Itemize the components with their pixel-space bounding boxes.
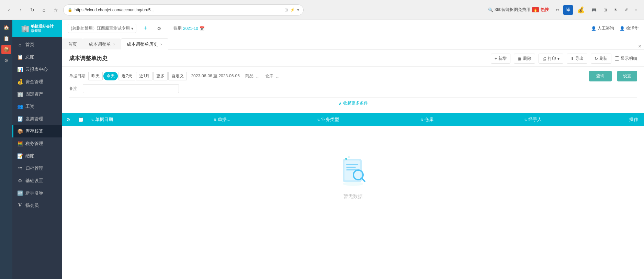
th-date[interactable]: ⇅ 单据日期 [87,113,210,126]
gear-icon: ⚙ [66,117,70,122]
svg-rect-3 [346,164,358,165]
th-type[interactable]: ⇅ 业务类型 [313,113,416,126]
menu-tool[interactable]: ≡ [632,5,640,15]
th-action-label: 操作 [629,116,638,123]
settings-filter-button[interactable]: 设置 [617,71,637,81]
back-button[interactable]: ‹ [4,5,14,15]
strip-icon-3[interactable]: ⚙ [1,56,11,65]
refresh-button[interactable]: ↻ 刷新 [591,54,611,64]
tab-home[interactable]: 首页 [62,38,83,49]
collapse-button[interactable]: ∧ 收起更多条件 [339,100,368,106]
header-actions: + 新增 🗑 删除 🖨 打印 ▾ ⬆ 导出 [491,54,637,64]
sidebar-item-archive[interactable]: 🗃 归档管理 [12,162,62,175]
tab-cost-adj-history[interactable]: 成本调整单历史 × [121,38,168,49]
search-tool[interactable]: 🔍 360智能抠图免费用 🔥 热搜 [485,5,552,15]
add-tab-button[interactable]: + [140,24,150,33]
tab-cost-adj-history-close[interactable]: × [160,42,162,46]
export-button[interactable]: ⬆ 导出 [567,54,587,64]
goods-filter-label: 商品 [245,73,253,79]
strip-icon-2[interactable]: 📋 [1,34,11,43]
company-selector[interactable]: (勿删勿禁用）江西服宝测试专用 ▾ [68,24,136,33]
date-btn-today[interactable]: 今天 [103,72,118,80]
sidebar-item-settings[interactable]: ⚙ 基础设置 [12,175,62,187]
delete-button[interactable]: 🗑 删除 [514,54,535,64]
warehouse-filter-label: 仓库 [265,73,273,79]
url-text: https://cloud.chanjet.com/accounting/uru… [75,8,282,12]
empty-icon [336,154,370,188]
tab-cost-adj[interactable]: 成本调整单 × [83,38,121,49]
sidebar-label-archive: 归档管理 [25,165,43,171]
sort-icon-no-up: ⇅ [214,118,216,122]
inventory-icon: 📦 [17,129,23,134]
sidebar-item-reports[interactable]: 📊 云报表中心 [12,63,62,76]
remarks-input[interactable] [83,84,179,93]
sidebar-item-payroll[interactable]: 👥 工资 [12,100,62,113]
hot-badge: 🔥 [532,7,539,12]
goods-more-icon: ... [256,74,260,79]
app-wrapper: 🏠 📋 📦 ⚙ 🏢 畅捷通好会计 旗舰版 ⌂ 首页 📋 总账 📊 云报表中心 [0,20,644,279]
th-warehouse-label: 仓库 [425,116,433,123]
cut-tool[interactable]: ✂ [553,5,562,15]
user-button[interactable]: 👤 徐泽华 [620,25,639,31]
tab-panel-close-button[interactable]: × [638,44,641,49]
sidebar-item-ledger[interactable]: 📋 总账 [12,51,62,63]
sidebar-item-funds[interactable]: 💰 资金管理 [12,76,62,88]
grid-tool[interactable]: ⊞ [601,5,610,15]
refresh-button[interactable]: ↻ [27,5,37,15]
logo-line1: 畅捷通好会计 [31,24,54,29]
wallet-tool[interactable]: 💰 [574,5,587,15]
show-detail-checkbox-label[interactable]: 显示明细 [615,56,637,62]
logo-line2: 旗舰版 [31,29,54,33]
service-button[interactable]: 👤 人工咨询 [591,25,614,31]
sidebar-item-fixed-assets[interactable]: 🏢 固定资产 [12,88,62,100]
th-gear[interactable]: ⚙ [62,113,75,126]
th-no[interactable]: ⇅ 单据... [210,113,313,126]
sidebar-item-home[interactable]: ⌂ 首页 [12,38,62,51]
th-warehouse[interactable]: ⇅ 仓库 [416,113,520,126]
forward-button[interactable]: › [16,5,25,15]
show-detail-checkbox[interactable] [615,56,619,61]
main-content: (勿删勿禁用）江西服宝测试专用 ▾ + ⚙ 账期 2021-10 📅 👤 人工咨… [62,20,644,279]
date-btn-last7[interactable]: 近7天 [118,72,135,80]
translate-tool[interactable]: 译 [563,5,573,15]
topbar-settings-button[interactable]: ⚙ [154,24,164,33]
user-name: 徐泽华 [626,25,639,31]
refresh-label: 刷新 [599,56,608,62]
select-all-checkbox[interactable] [79,118,83,122]
strip-icon-1[interactable]: 🏠 [1,23,11,32]
strip-icon-active[interactable]: 📦 [1,45,11,54]
th-type-label: 业务类型 [321,116,339,123]
tab-home-label: 首页 [68,41,77,47]
sidebar-item-tax[interactable]: 🧮 税务管理 [12,137,62,150]
th-check[interactable] [75,113,87,126]
address-bar[interactable]: 🔒 https://cloud.chanjet.com/accounting/u… [63,4,304,15]
home-button[interactable]: ⌂ [39,5,49,15]
logo-icon: 🏢 [21,24,30,33]
date-btn-more[interactable]: 更多 [153,72,168,80]
date-btn-last-month[interactable]: 近1月 [136,72,153,80]
sidebar-item-inventory[interactable]: 📦 库存核算 [12,125,62,137]
undo-tool[interactable]: ↺ [622,5,631,15]
sidebar-item-closing[interactable]: 📝 结账 [12,150,62,162]
game-tool[interactable]: 🎮 [589,5,599,15]
tab-cost-adj-close[interactable]: × [113,42,115,46]
query-button[interactable]: 查询 [589,71,612,81]
sidebar-item-invoices[interactable]: 🧾 发票管理 [12,113,62,125]
delete-icon: 🗑 [518,56,522,61]
print-button[interactable]: 🖨 打印 ▾ [539,54,563,64]
sidebar-logo: 🏢 畅捷通好会计 旗舰版 [12,20,62,37]
sidebar-item-guide[interactable]: 🆕 新手引导 [12,187,62,199]
date-btn-yesterday[interactable]: 昨天 [88,72,103,80]
date-btn-custom[interactable]: 自定义 [168,72,187,80]
empty-illustration [336,154,370,188]
empty-text: 暂无数据 [343,193,363,200]
funds-icon: 💰 [17,79,23,85]
brightness-tool[interactable]: ☀ [611,5,620,15]
company-dropdown-icon: ▾ [131,26,133,31]
th-person[interactable]: ⇅ 经手人 [520,113,623,126]
delete-label: 删除 [523,56,531,62]
closing-icon: 📝 [17,153,23,159]
star-button[interactable]: ☆ [51,5,60,15]
sidebar-item-member[interactable]: V 畅会员 [12,199,62,212]
new-button[interactable]: + 新增 [491,54,510,64]
